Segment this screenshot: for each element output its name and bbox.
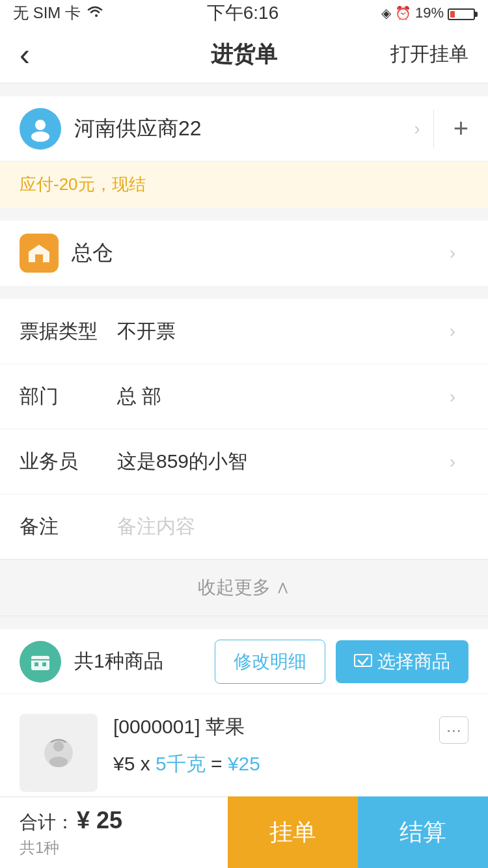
product-more: ··· — [439, 714, 468, 792]
department-label: 部门 — [20, 383, 104, 410]
salesman-row[interactable]: 业务员 这是859的小智 › — [0, 429, 488, 494]
supplier-section: 河南供应商22 › + 应付-20元，现结 — [0, 96, 488, 208]
chevron-right-icon: › — [414, 118, 420, 139]
svg-rect-3 — [31, 656, 49, 670]
status-left: 无 SIM 卡 — [13, 3, 104, 23]
warehouse-row[interactable]: 总仓 › — [0, 221, 488, 286]
checkout-button[interactable]: 结算 — [358, 796, 488, 868]
salesman-label: 业务员 — [20, 448, 104, 475]
product-count-text: 共1种商品 — [74, 648, 215, 675]
gap3 — [0, 286, 488, 299]
hang-button[interactable]: 挂单 — [228, 796, 358, 868]
invoice-label: 票据类型 — [20, 318, 104, 345]
open-hang-button[interactable]: 打开挂单 — [390, 41, 468, 68]
gap1 — [0, 83, 488, 96]
svg-point-9 — [49, 757, 68, 767]
location-icon: ◈ — [381, 5, 391, 21]
equals: = — [211, 753, 228, 774]
back-button[interactable]: ‹ — [13, 33, 36, 77]
product-title: 苹果 — [206, 716, 245, 737]
invoice-value: 不开票 — [104, 318, 450, 345]
total-label: 合计： — [20, 810, 74, 835]
gap2 — [0, 208, 488, 221]
svg-point-8 — [53, 741, 64, 752]
status-right: ◈ ⏰ 19% — [381, 5, 475, 21]
product-info: [0000001] 苹果 ¥5 x 5千克 = ¥25 — [113, 714, 424, 792]
svg-rect-4 — [34, 662, 38, 666]
product-id: [0000001] — [113, 716, 206, 737]
add-supplier-button[interactable]: + — [454, 114, 468, 143]
collapse-row[interactable]: 收起更多 ∧ — [0, 559, 488, 616]
subtotal: ¥25 — [228, 753, 260, 774]
invoice-chevron-icon: › — [450, 321, 455, 342]
supplier-avatar — [20, 108, 61, 150]
salesman-value: 这是859的小智 — [104, 448, 450, 475]
svg-point-1 — [31, 131, 49, 142]
department-row[interactable]: 部门 总 部 › — [0, 364, 488, 429]
product-item: [0000001] 苹果 ¥5 x 5千克 = ¥25 ··· — [0, 694, 488, 811]
product-count-icon — [20, 641, 61, 683]
carrier-text: 无 SIM 卡 — [13, 3, 81, 23]
time-display: 下午6:16 — [207, 1, 279, 25]
total-amount: ¥ 25 — [77, 807, 122, 834]
supplier-divider — [433, 109, 434, 148]
warehouse-icon — [20, 234, 59, 273]
svg-rect-2 — [35, 254, 43, 262]
invoice-row[interactable]: 票据类型 不开票 › — [0, 299, 488, 364]
quantity: 5千克 — [156, 753, 206, 774]
department-chevron-icon: › — [450, 387, 455, 407]
select-product-button[interactable]: 选择商品 — [336, 640, 468, 683]
battery-icon — [448, 5, 475, 21]
more-options-button[interactable]: ··· — [439, 716, 468, 744]
svg-point-0 — [35, 120, 46, 130]
page-title: 进货单 — [211, 40, 277, 70]
product-header: 共1种商品 修改明细 选择商品 — [0, 629, 488, 694]
total-count: 共1种 — [20, 837, 208, 858]
warehouse-name: 总仓 — [72, 239, 450, 267]
remark-row[interactable]: 备注 备注内容 — [0, 494, 488, 559]
supplier-row[interactable]: 河南供应商22 › + — [0, 96, 488, 161]
status-bar: 无 SIM 卡 下午6:16 ◈ ⏰ 19% — [0, 0, 488, 26]
remark-label: 备注 — [20, 513, 104, 540]
form-section: 票据类型 不开票 › 部门 总 部 › 业务员 这是859的小智 › 备注 备注… — [0, 299, 488, 559]
footer: 合计： ¥ 25 共1种 挂单 结算 — [0, 796, 488, 868]
gap4 — [0, 616, 488, 629]
remark-input[interactable]: 备注内容 — [104, 513, 468, 540]
department-value: 总 部 — [104, 383, 450, 410]
salesman-chevron-icon: › — [450, 452, 455, 472]
nav-bar: ‹ 进货单 打开挂单 — [0, 26, 488, 83]
battery-percent: 19% — [415, 5, 444, 21]
edit-detail-button[interactable]: 修改明细 — [215, 640, 325, 684]
supplier-name: 河南供应商22 — [74, 115, 414, 143]
warehouse-chevron-icon: › — [450, 243, 455, 264]
product-name: [0000001] 苹果 — [113, 714, 424, 740]
svg-rect-5 — [42, 662, 46, 666]
footer-total: 合计： ¥ 25 共1种 — [0, 796, 228, 868]
product-price: ¥5 x 5千克 = ¥25 — [113, 751, 424, 778]
product-thumbnail — [20, 714, 98, 792]
collapse-text: 收起更多 ∧ — [198, 575, 291, 600]
unit-price: ¥5 x — [113, 753, 156, 774]
select-product-label: 选择商品 — [377, 649, 450, 674]
supplier-alert: 应付-20元，现结 — [0, 161, 488, 208]
wifi-icon — [86, 4, 104, 22]
alarm-icon: ⏰ — [395, 5, 411, 21]
